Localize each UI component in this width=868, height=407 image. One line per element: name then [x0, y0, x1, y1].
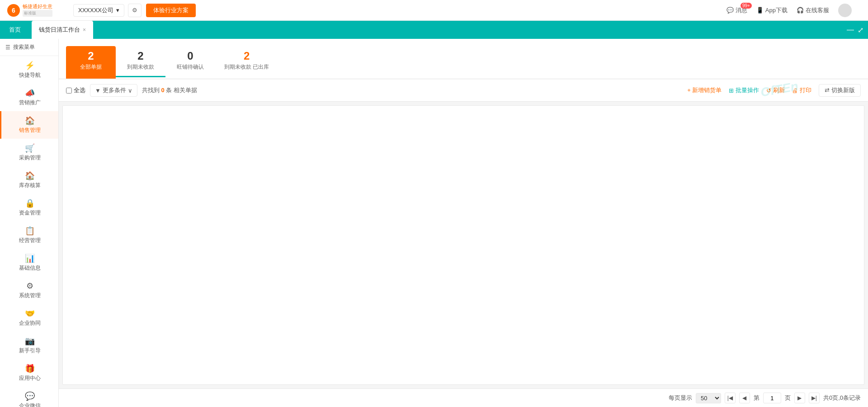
- sidebar-label: 企业微信: [19, 402, 41, 407]
- stat-num-all: 2: [75, 51, 107, 61]
- sidebar-label: 新手引导: [19, 347, 41, 355]
- sidebar-item-enterprise[interactable]: 🤝 企业协同: [0, 304, 58, 332]
- sidebar-label: 销售管理: [19, 126, 41, 134]
- page-label: 第: [754, 394, 760, 402]
- inventory-icon: 🏠: [25, 172, 35, 180]
- messages-badge: 99+: [741, 3, 752, 9]
- stat-num-overdue-shipped: 2: [224, 51, 269, 61]
- sidebar-item-operations[interactable]: 📋 经营管理: [0, 221, 58, 249]
- content-area: 2 全部单据 2 到期未收款 0 旺铺待确认 2 到期未收款 已出库 全选: [59, 39, 868, 407]
- app-download-button[interactable]: 📱 App下载: [756, 6, 788, 14]
- sidebar-label: 应用中心: [19, 374, 41, 382]
- sidebar-item-quick-nav[interactable]: ⚡ 快捷导航: [0, 56, 58, 84]
- chevron-icon: ∨: [128, 87, 132, 94]
- search-menu-label: 搜索菜单: [13, 43, 35, 51]
- stat-label-pending: 旺铺待确认: [175, 63, 206, 71]
- page-size-select[interactable]: 50 10 20 100: [696, 393, 721, 403]
- message-icon: 💬: [726, 7, 734, 14]
- search-menu-item[interactable]: ☰ 搜索菜单: [0, 39, 58, 56]
- filter-icon: ▼: [95, 87, 101, 94]
- company-selector[interactable]: XXXXXX公司 ▾: [73, 4, 124, 17]
- app-center-icon: 🎁: [25, 365, 35, 373]
- new-sale-button[interactable]: + 新增销货单: [687, 86, 722, 94]
- sidebar-label: 经营管理: [19, 237, 41, 244]
- tab-close-icon[interactable]: ×: [83, 27, 86, 33]
- avatar[interactable]: [838, 4, 852, 17]
- switch-version-button[interactable]: ⇄ 切换新版: [819, 84, 861, 97]
- filter-button[interactable]: ▼ 更多条件 ∨: [90, 84, 137, 97]
- pagination-bar: 每页显示 50 10 20 100 |◀ ◀ 第 页 ▶ ▶| 共0页,0条记录: [59, 388, 868, 407]
- sidebar-item-beginner[interactable]: 📷 新手引导: [0, 332, 58, 359]
- toolbar-right: + 新增销货单 ⊞ 批量操作 ↺ 刷新 🖨 打印 ⇄ 切换新版: [687, 84, 861, 97]
- sidebar: ☰ 搜索菜单 ⚡ 快捷导航 📣 营销推广 🏠 销售管理 🛒 采购管理 🏠 库存核…: [0, 39, 59, 407]
- stat-tab-pending[interactable]: 0 旺铺待确认: [165, 46, 215, 79]
- print-button[interactable]: 🖨 打印: [792, 86, 811, 94]
- stat-num-pending: 0: [175, 51, 206, 61]
- switch-icon: ⇄: [825, 87, 830, 94]
- download-icon: 📱: [756, 7, 764, 14]
- sidebar-label: 采购管理: [19, 154, 41, 162]
- finance-icon: 🔒: [25, 199, 35, 207]
- stat-tab-all[interactable]: 2 全部单据: [66, 46, 116, 79]
- online-service-label: 在线客服: [806, 6, 829, 14]
- sidebar-item-purchase[interactable]: 🛒 采购管理: [0, 139, 58, 166]
- batch-label: 批量操作: [736, 86, 759, 94]
- chevron-down-icon: ▾: [116, 7, 119, 14]
- tab-home[interactable]: 首页: [0, 21, 30, 39]
- select-all-input[interactable]: [66, 88, 72, 94]
- sidebar-item-system[interactable]: ⚙ 系统管理: [0, 276, 58, 304]
- system-icon: ⚙: [26, 282, 33, 290]
- stats-tabs: 2 全部单据 2 到期未收款 0 旺铺待确认 2 到期未收款 已出库: [59, 39, 868, 79]
- sidebar-item-inventory[interactable]: 🏠 库存核算: [0, 166, 58, 194]
- operations-icon: 📋: [25, 227, 35, 235]
- maximize-icon[interactable]: ⤢: [858, 26, 863, 34]
- stat-tab-overdue[interactable]: 2 到期未收款: [116, 46, 165, 79]
- last-page-button[interactable]: ▶|: [809, 393, 820, 403]
- online-service-button[interactable]: 🎧 在线客服: [797, 6, 829, 14]
- logo-area: 6 畅捷通好生意 标准版: [7, 4, 66, 16]
- logo-tag: 标准版: [23, 10, 52, 17]
- batch-icon: ⊞: [729, 87, 734, 94]
- stat-label-overdue-shipped: 到期未收款 已出库: [224, 63, 269, 71]
- refresh-button[interactable]: ↺ 刷新: [766, 86, 785, 94]
- sidebar-item-marketing[interactable]: 📣 营销推广: [0, 84, 58, 111]
- tab-bar: 首页 钱货日清工作台 × — ⤢: [0, 21, 868, 39]
- quick-nav-icon: ⚡: [25, 61, 35, 70]
- first-page-button[interactable]: |◀: [725, 393, 736, 403]
- logo-text: 畅捷通好生意: [23, 4, 52, 9]
- logo-icon: 6: [7, 4, 20, 17]
- print-icon: 🖨: [792, 87, 798, 94]
- stat-tab-overdue-shipped[interactable]: 2 到期未收款 已出库: [215, 46, 278, 79]
- prev-page-button[interactable]: ◀: [739, 393, 750, 403]
- app-download-label: App下载: [765, 6, 788, 14]
- sidebar-label: 库存核算: [19, 182, 41, 189]
- sidebar-item-basic-info[interactable]: 📊 基础信息: [0, 249, 58, 276]
- minimize-icon[interactable]: —: [847, 26, 854, 34]
- select-all-label: 全选: [74, 86, 85, 94]
- purchase-icon: 🛒: [25, 144, 35, 152]
- table-area: [62, 105, 864, 385]
- sidebar-item-sales[interactable]: 🏠 销售管理: [0, 111, 58, 139]
- sidebar-item-app-center[interactable]: 🎁 应用中心: [0, 359, 58, 387]
- sidebar-label: 营销推广: [19, 99, 41, 107]
- toolbar: 全选 ▼ 更多条件 ∨ 共找到 0 条 相关单据 + 新增销货单 ⊞ 批量操作 …: [59, 80, 868, 102]
- tab-work-bench[interactable]: 钱货日清工作台 ×: [32, 21, 93, 39]
- beginner-icon: 📷: [25, 337, 35, 345]
- enterprise-icon: 🤝: [25, 309, 35, 318]
- stat-label-all: 全部单据: [75, 63, 107, 71]
- settings-gear-button[interactable]: ⚙: [128, 4, 142, 17]
- refresh-label: 刷新: [773, 86, 785, 94]
- select-all-checkbox[interactable]: 全选: [66, 86, 85, 94]
- wechat-icon: 💬: [25, 392, 35, 400]
- tab-underline: [116, 76, 165, 77]
- experience-button[interactable]: 体验行业方案: [146, 4, 196, 17]
- total-text: 共0页,0条记录: [823, 394, 861, 402]
- messages-button[interactable]: 💬 消息 99+: [726, 6, 747, 14]
- search-icon: ☰: [5, 44, 10, 51]
- service-icon: 🎧: [797, 7, 804, 14]
- batch-operation-button[interactable]: ⊞ 批量操作: [729, 86, 759, 94]
- page-input[interactable]: [763, 393, 781, 403]
- sidebar-item-wechat[interactable]: 💬 企业微信: [0, 387, 58, 407]
- next-page-button[interactable]: ▶: [794, 393, 805, 403]
- sidebar-item-finance[interactable]: 🔒 资金管理: [0, 194, 58, 221]
